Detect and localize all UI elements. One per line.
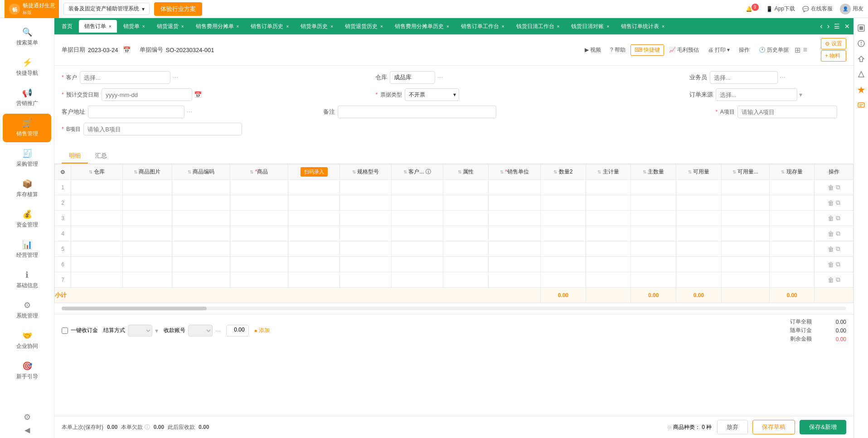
tab-detail[interactable]: 明细 [62, 149, 88, 164]
sidebar-item-sales[interactable]: 🛒 销售管理 [3, 114, 51, 142]
remark-input[interactable] [338, 106, 496, 118]
address-input[interactable] [88, 106, 184, 118]
staff-dots[interactable]: ··· [780, 73, 786, 82]
th-scan[interactable]: 扫码录入 [288, 164, 340, 180]
operation-btn[interactable]: 操作 [735, 44, 754, 56]
row-delete-btn[interactable]: 🗑 [828, 199, 834, 207]
tab-sales-return[interactable]: 销货退货 × [151, 20, 189, 33]
row-delete-btn[interactable]: 🗑 [828, 245, 834, 253]
shortcut-btn[interactable]: ⌨ 快捷键 [630, 44, 664, 56]
th-main-unit[interactable]: ⇅ 主计量 [586, 164, 631, 180]
customer-dots[interactable]: ··· [172, 73, 178, 82]
th-unit[interactable]: ⇅ *销售单位 [488, 164, 540, 180]
calendar-icon[interactable]: 📅 [123, 46, 131, 53]
collapse-sidebar-btn[interactable]: ◀ [24, 426, 30, 434]
right-panel-btn-1[interactable] [855, 22, 868, 34]
right-panel-btn-5[interactable] [855, 83, 868, 96]
profit-btn[interactable]: 📈 毛利预估 [665, 44, 703, 56]
row-copy-btn[interactable]: ⧉ [836, 183, 840, 191]
tab-sales-expense[interactable]: 销售费用分摊单 × [190, 20, 245, 33]
message-btn[interactable]: 🔔 9 [746, 6, 759, 12]
order-source-input[interactable] [716, 88, 797, 101]
tab-cash-reconcile[interactable]: 钱货日清对账 × [566, 20, 615, 33]
sidebar-item-inventory[interactable]: 📦 库存核算 [3, 174, 51, 203]
tab-close-sales-stats[interactable]: × [662, 24, 664, 29]
row-copy-btn[interactable]: ⧉ [836, 230, 840, 237]
sidebar-item-collab[interactable]: 🤝 企业协同 [3, 326, 51, 355]
row-copy-btn[interactable]: ⧉ [836, 245, 840, 253]
tab-sales-invoice[interactable]: 销货单 × [118, 20, 150, 33]
system-selector[interactable]: 装备及固定资产辅助管理系统 ▾ [63, 3, 150, 15]
tab-close-sales-return[interactable]: × [181, 24, 184, 29]
th-current[interactable]: ⇅ 现存量 [769, 164, 815, 180]
tab-menu-btn[interactable]: ☰ [832, 22, 842, 30]
th-product-img[interactable]: ⇅ 商品图片 [122, 164, 172, 180]
tab-close-all-btn[interactable]: ✕ [843, 22, 852, 30]
history-btn[interactable]: 🕐 历史单据 [755, 44, 793, 56]
tab-close-history[interactable]: × [286, 24, 289, 29]
row-copy-btn[interactable]: ⧉ [836, 214, 840, 222]
discard-btn[interactable]: 放弃 [717, 420, 748, 434]
tab-close-sales-invoice[interactable]: × [142, 24, 145, 29]
sidebar-item-guide[interactable]: 🎯 新手引导 [3, 356, 51, 385]
row-delete-btn[interactable]: 🗑 [828, 214, 834, 222]
tab-close-expense-history[interactable]: × [446, 24, 449, 29]
th-settings[interactable]: ⚙ [55, 164, 71, 180]
sidebar-item-purchase[interactable]: 🧾 采购管理 [3, 144, 51, 173]
th-qty2[interactable]: ⇅ 数量2 [541, 164, 586, 180]
tab-close-workbench[interactable]: × [502, 24, 504, 29]
help-btn[interactable]: ? 帮助 [606, 44, 630, 56]
th-warehouse[interactable]: ⇅ 仓库 [71, 164, 123, 180]
tab-return-history[interactable]: 销货退货历史 × [339, 20, 388, 33]
tab-invoice-history[interactable]: 销货单历史 × [295, 20, 339, 33]
row-copy-btn[interactable]: ⧉ [836, 260, 840, 268]
view-btn[interactable]: ▶ 视频 [581, 44, 605, 56]
scroll-area[interactable] [54, 303, 853, 314]
sidebar-item-system[interactable]: ⚙ 系统管理 [3, 296, 51, 324]
th-customer[interactable]: ⇅ 客户... ⓘ [391, 164, 443, 180]
account-dots[interactable]: ··· [215, 327, 221, 334]
online-service-btn[interactable]: 💬 在线客服 [802, 5, 833, 13]
app-download-btn[interactable]: 📱 App下载 [766, 5, 795, 13]
order-source-dropdown-icon[interactable]: ▾ [799, 91, 802, 98]
account-select[interactable] [188, 325, 213, 337]
save-new-btn[interactable]: 保存&新增 [800, 420, 846, 434]
tab-next-btn[interactable]: › [825, 22, 831, 30]
warehouse-dots[interactable]: ··· [437, 73, 443, 82]
customer-input[interactable] [80, 71, 170, 84]
tab-cash-workbench[interactable]: 钱货日清工作台 × [511, 20, 565, 33]
th-main-qty[interactable]: ⇅ 主数量 [631, 164, 676, 180]
right-panel-btn-6[interactable] [855, 99, 868, 111]
sidebar-item-business[interactable]: 📊 经营管理 [3, 235, 51, 264]
scroll-thumb[interactable] [62, 307, 207, 310]
row-delete-btn[interactable]: 🗑 [828, 230, 834, 237]
invoice-select[interactable]: 不开票 ▾ [405, 88, 459, 101]
tab-close-sales-order[interactable]: × [109, 24, 112, 29]
tab-close-sales-expense[interactable]: × [237, 24, 239, 29]
row-delete-btn[interactable]: 🗑 [828, 183, 834, 191]
tab-close-cash-workbench[interactable]: × [557, 24, 560, 29]
sidebar-item-finance[interactable]: 💰 资金管理 [3, 205, 51, 233]
a-project-input[interactable] [737, 106, 837, 118]
tab-expense-history[interactable]: 销售费用分摊单历史 × [389, 20, 455, 33]
payment-dropdown-icon[interactable]: ▾ [155, 327, 158, 334]
user-btn[interactable]: 👤 用友 [840, 4, 863, 14]
tab-sales-order[interactable]: 销售订单 × [79, 20, 117, 33]
tab-workbench[interactable]: 销售订单工作台 × [456, 20, 510, 33]
add-material-btn[interactable]: + 物料 [821, 50, 846, 62]
grid-view-btn[interactable]: ⊞ [794, 45, 801, 55]
tab-summary[interactable]: 汇总 [88, 149, 114, 164]
one-key-checkbox[interactable] [62, 327, 68, 334]
right-panel-btn-3[interactable] [855, 53, 868, 65]
payment-method-select[interactable] [128, 325, 152, 337]
staff-input[interactable] [710, 71, 778, 84]
delivery-calendar-icon[interactable]: 📅 [194, 91, 202, 98]
settings-btn[interactable]: ⚙ 设置 [821, 38, 846, 49]
tab-sales-order-history[interactable]: 销售订单历史 × [245, 20, 294, 33]
right-panel-btn-4[interactable] [855, 68, 868, 81]
right-panel-btn-2[interactable] [855, 37, 868, 50]
sidebar-item-basic[interactable]: ℹ 基础信息 [3, 265, 51, 294]
b-project-input[interactable] [83, 123, 242, 135]
row-delete-btn[interactable]: 🗑 [828, 276, 834, 284]
warehouse-input[interactable] [390, 71, 435, 84]
